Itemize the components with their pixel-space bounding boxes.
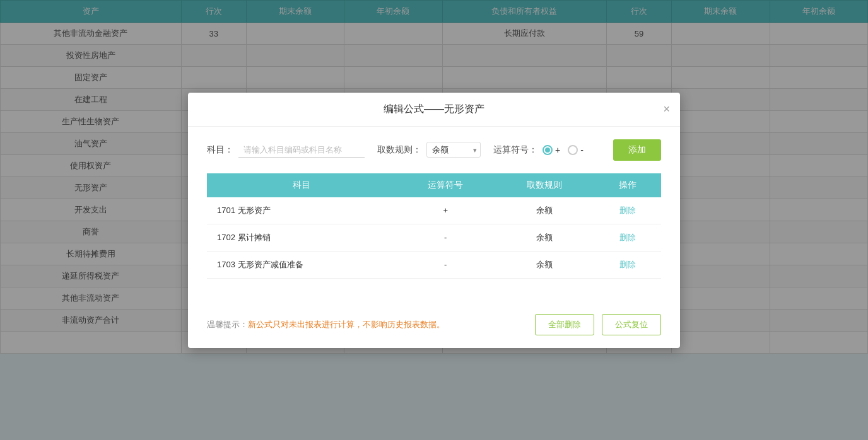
radio-minus-label: -	[580, 145, 584, 155]
formula-action: 删除	[594, 197, 661, 224]
delete-all-button[interactable]: 全部删除	[535, 314, 594, 335]
formula-operator: -	[396, 251, 495, 278]
formula-operator: -	[396, 224, 495, 251]
formula-operator: +	[396, 197, 495, 224]
radio-plus-circle	[542, 145, 553, 155]
add-button[interactable]: 添加	[613, 139, 661, 161]
delete-link[interactable]: 删除	[619, 233, 636, 242]
formula-rule: 余额	[495, 224, 594, 251]
modal-header: 编辑公式——无形资产 ×	[188, 93, 680, 127]
th-rule: 取数规则	[495, 173, 594, 197]
formula-subject: 1703 无形资产减值准备	[207, 251, 396, 278]
formula-row: 1703 无形资产减值准备 - 余额 删除	[207, 251, 661, 278]
formula-subject: 1701 无形资产	[207, 197, 396, 224]
radio-minus-circle	[568, 145, 578, 155]
formula-table: 科目 运算符号 取数规则 操作 1701 无形资产 + 余额 删除 1702 累…	[207, 173, 661, 279]
radio-group: + -	[542, 145, 584, 155]
formula-row: 1701 无形资产 + 余额 删除	[207, 197, 661, 224]
radio-minus[interactable]: -	[568, 145, 584, 155]
close-button[interactable]: ×	[663, 103, 670, 115]
operator-group: 运算符号： + -	[493, 144, 584, 156]
delete-link[interactable]: 删除	[619, 260, 636, 269]
hint-prefix: 温馨提示：	[207, 320, 248, 329]
footer-actions: 全部删除 公式复位	[535, 314, 661, 335]
modal-overlay: 编辑公式——无形资产 × 科目： 取数规则： 余额	[0, 0, 868, 440]
rule-select-wrapper: 余额 借方 贷方 借方累计 贷方累计	[426, 142, 481, 158]
page-wrapper: 资产 行次 期末余额 年初余额 负债和所有者权益 行次 期末余额 年初余额 其他…	[0, 0, 868, 440]
delete-link[interactable]: 删除	[619, 206, 636, 215]
operator-label: 运算符号：	[493, 144, 537, 156]
subject-label: 科目：	[207, 144, 233, 156]
hint-highlight: 新公式只对未出报表进行计算，不影响历史报表数据。	[248, 320, 445, 329]
formula-row: 1702 累计摊销 - 余额 删除	[207, 224, 661, 251]
rule-group: 取数规则： 余额 借方 贷方 借方累计 贷方累计	[377, 142, 481, 158]
formula-rule: 余额	[495, 251, 594, 278]
hint-text: 温馨提示：新公式只对未出报表进行计算，不影响历史报表数据。	[207, 319, 445, 330]
modal-dialog: 编辑公式——无形资产 × 科目： 取数规则： 余额	[188, 93, 680, 348]
modal-footer: 温馨提示：新公式只对未出报表进行计算，不影响历史报表数据。 全部删除 公式复位	[188, 304, 680, 348]
modal-title: 编辑公式——无形资产	[384, 103, 484, 116]
formula-rule: 余额	[495, 197, 594, 224]
th-operator: 运算符号	[396, 173, 495, 197]
th-action: 操作	[594, 173, 661, 197]
rule-select[interactable]: 余额 借方 贷方 借方累计 贷方累计	[426, 142, 481, 158]
radio-plus[interactable]: +	[542, 145, 560, 155]
subject-group: 科目：	[207, 142, 365, 158]
subject-input[interactable]	[238, 142, 365, 158]
modal-body: 科目： 取数规则： 余额 借方 贷方 借方累计 贷方累计	[188, 127, 680, 304]
th-subject: 科目	[207, 173, 396, 197]
form-row: 科目： 取数规则： 余额 借方 贷方 借方累计 贷方累计	[207, 139, 661, 161]
rule-label: 取数规则：	[377, 144, 421, 156]
formula-action: 删除	[594, 251, 661, 278]
radio-plus-label: +	[555, 145, 560, 155]
formula-action: 删除	[594, 224, 661, 251]
formula-subject: 1702 累计摊销	[207, 224, 396, 251]
reset-button[interactable]: 公式复位	[602, 314, 661, 335]
